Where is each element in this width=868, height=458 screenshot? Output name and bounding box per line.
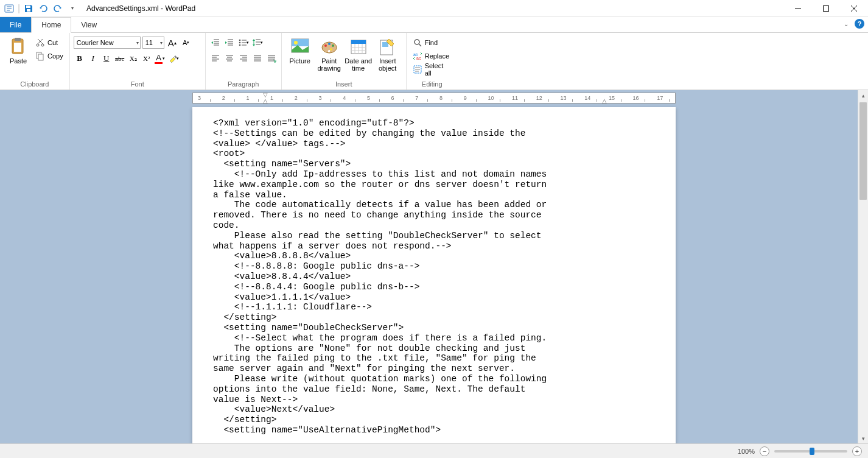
replace-button[interactable]: abac Replace [410,50,454,62]
tab-home[interactable]: Home [31,17,71,33]
svg-text:ac: ac [416,56,421,60]
select-all-label: Select all [425,62,452,77]
vertical-scrollbar[interactable]: ▴ ▾ [858,90,868,443]
strikethrough-button[interactable]: abc [114,52,126,65]
insert-object-button[interactable]: Insert object [373,34,402,72]
quick-access-toolbar: | ▾ [0,2,82,15]
qat-separator: | [17,2,21,15]
svg-rect-18 [38,54,43,60]
align-left-button[interactable] [209,52,222,65]
scroll-up-button[interactable]: ▴ [858,90,868,100]
qat-customize-dropdown[interactable]: ▾ [66,2,79,15]
bold-button[interactable]: B [74,52,86,65]
justify-button[interactable] [251,52,264,65]
minimize-button[interactable] [784,0,812,17]
collapse-ribbon-icon[interactable]: ⌄ [844,21,849,27]
select-all-button[interactable]: Select all [410,63,454,76]
replace-label: Replace [425,52,449,60]
paste-button[interactable]: Paste [4,34,33,65]
insert-paint-drawing-button[interactable]: Paint drawing [315,34,344,72]
ruler-container: 3211234567891011121314151617▽△△ [0,90,868,104]
redo-icon[interactable] [51,2,65,15]
svg-point-27 [239,40,240,41]
increase-indent-button[interactable] [223,37,236,49]
align-right-button[interactable] [237,52,250,65]
group-font: Courier New▾ 11▾ A▴ A▾ B I U abc X₂ X² A… [70,33,206,90]
document-area: 3211234567891011121314151617▽△△ <?xml ve… [0,90,868,443]
save-icon[interactable] [22,2,35,15]
document-text[interactable]: <?xml version="1.0" encoding="utf-8"?> <… [213,118,554,435]
grow-font-button[interactable]: A▴ [166,37,178,49]
cut-button[interactable]: Cut [33,37,66,49]
ribbon-tabs: File Home View ⌄ ? [0,17,868,33]
undo-icon[interactable] [37,2,50,15]
title-bar: | ▾ AdvancedSettings.xml - WordPad [0,0,868,17]
svg-point-13 [37,44,39,46]
find-button[interactable]: Find [410,37,454,49]
font-group-label: Font [74,79,201,90]
maximize-button[interactable] [812,0,840,17]
copy-label: Copy [47,52,63,60]
font-size-combo[interactable]: 11▾ [142,37,164,49]
svg-point-28 [239,42,240,44]
svg-rect-7 [824,5,829,11]
font-name-combo[interactable]: Courier New▾ [74,37,141,49]
find-icon [413,38,422,48]
replace-icon: abac [413,51,422,61]
bullet-list-button[interactable]: ▾ [237,37,250,49]
status-bar: 100% − + [0,443,868,458]
group-clipboard: Paste Cut Copy Clipboard [0,33,70,90]
zoom-out-button[interactable]: − [760,446,769,456]
zoom-percent: 100% [738,448,755,455]
line-spacing-button[interactable]: ▾ [251,37,264,49]
svg-point-61 [324,44,327,47]
group-paragraph: ▾ ▾ Paragraph [206,33,282,90]
superscript-button[interactable]: X² [141,52,153,65]
zoom-slider-thumb[interactable] [810,448,814,455]
wordpad-app-icon [2,2,16,15]
editing-group-label: Editing [410,79,454,90]
underline-button[interactable]: U [100,52,113,65]
italic-button[interactable]: I [87,52,99,65]
font-color-button[interactable]: A▾ [154,52,166,65]
close-button[interactable] [840,0,868,17]
svg-point-29 [239,44,240,46]
svg-line-75 [419,44,421,46]
insert-datetime-button[interactable]: Date and time [344,34,373,72]
cut-label: Cut [47,39,58,46]
svg-rect-66 [351,40,366,44]
zoom-slider[interactable] [774,450,847,453]
window-controls [784,0,868,17]
copy-icon [35,51,45,61]
insert-object-label: Insert object [379,57,396,72]
decrease-indent-button[interactable] [209,37,222,49]
ribbon: Paste Cut Copy Clipboard Courier New▾ 11… [0,33,868,90]
insert-picture-button[interactable]: Picture [285,34,315,65]
highlight-button[interactable]: ▾ [167,52,180,65]
group-insert: Picture Paint drawing Date and time Inse… [282,33,407,90]
subscript-button[interactable]: X₂ [127,52,139,65]
horizontal-ruler[interactable]: 3211234567891011121314151617▽△△ [192,93,676,104]
tab-view[interactable]: View [71,17,107,32]
page-scroll-area[interactable]: <?xml version="1.0" encoding="utf-8"?> <… [0,104,868,443]
find-label: Find [425,39,438,46]
svg-rect-11 [15,38,21,41]
scissors-icon [35,38,45,48]
paragraph-dialog-button[interactable] [265,52,278,65]
scroll-down-button[interactable]: ▾ [858,433,868,443]
tab-file[interactable]: File [0,17,31,32]
scrollbar-thumb[interactable] [859,102,867,200]
help-icon[interactable]: ? [855,19,864,29]
zoom-in-button[interactable]: + [852,446,862,456]
clipboard-group-label: Clipboard [4,79,66,90]
align-center-button[interactable] [223,52,236,65]
copy-button[interactable]: Copy [33,50,66,62]
paragraph-group-label: Paragraph [209,79,278,90]
shrink-font-button[interactable]: A▾ [180,37,192,49]
svg-point-62 [328,43,331,45]
svg-point-14 [41,44,44,46]
svg-point-59 [294,41,298,44]
paste-label: Paste [10,57,27,65]
insert-group-label: Insert [285,79,402,90]
svg-point-64 [330,48,332,51]
